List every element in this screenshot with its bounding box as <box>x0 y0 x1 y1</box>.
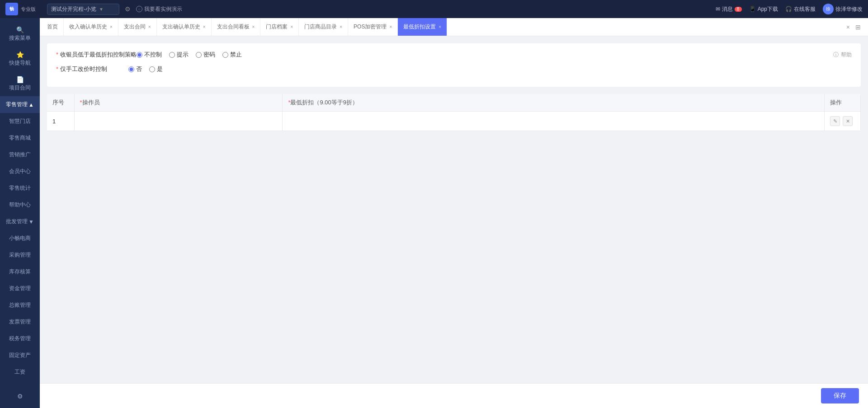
manual-control-row: * 仅手工改价时控制 否 是 <box>56 65 852 73</box>
sidebar-item-label: 零售统计 <box>2 184 38 192</box>
tab-close-icon[interactable]: × <box>110 24 113 29</box>
tab-min-discount[interactable]: 最低折扣设置 × <box>398 18 447 36</box>
top-bar: 畅 专业版 测试分开完程-小览 ▼ ⚙ ○ 我要看实例演示 ✉ 消息 8 📱 A… <box>0 0 868 18</box>
cell-seq: 1 <box>47 112 74 131</box>
radio-remind[interactable]: 提示 <box>169 51 189 59</box>
radio-forbidden[interactable]: 禁止 <box>222 51 242 59</box>
radio-no-control[interactable]: 不控制 <box>137 51 162 59</box>
project-name: 测试分开完程-小览 <box>51 5 96 13</box>
sidebar-item-inventory[interactable]: 库存核算 <box>0 263 40 280</box>
user-item[interactable]: 徐 徐泽华修改 <box>823 4 863 14</box>
th-seq: 序号 <box>47 94 74 112</box>
demo-link-text: 我要看实例演示 <box>144 5 182 13</box>
tab-close-icon[interactable]: × <box>252 24 255 29</box>
tab-expand-btn[interactable]: ⊞ <box>854 23 863 32</box>
download-icon: 📱 <box>749 6 756 12</box>
help-icon[interactable]: ⓘ 帮助 <box>832 51 852 59</box>
sidebar-item-marketing[interactable]: 营销推广 <box>0 146 40 163</box>
sidebar-item-finance[interactable]: 资金管理 <box>0 280 40 297</box>
manual-control-label: * 仅手工改价时控制 <box>56 65 128 73</box>
sidebar-item-retail[interactable]: 零售管理 ▲ <box>0 96 40 113</box>
sidebar-item-search[interactable]: 🔍 搜索菜单 <box>0 22 40 47</box>
table-header-row: 序号 *操作员 *最低折扣（9.00等于9折） 操作 <box>47 94 861 112</box>
sidebar-settings-btn[interactable]: ⚙ <box>13 388 28 404</box>
project-selector[interactable]: 测试分开完程-小览 ▼ <box>47 4 119 15</box>
sidebar-item-assets[interactable]: 固定资产 <box>0 347 40 364</box>
messages-badge: 8 <box>735 7 742 12</box>
sidebar-item-label: 资金管理 <box>2 285 38 292</box>
tab-expense-history[interactable]: 支出确认单历史 × <box>157 18 212 36</box>
tab-close-active-icon[interactable]: × <box>439 24 441 29</box>
tab-close-icon[interactable]: × <box>340 24 342 29</box>
sidebar-item-label: 库存核算 <box>2 268 38 276</box>
th-discount: *最低折扣（9.00等于9折） <box>283 94 825 112</box>
sidebar-item-help[interactable]: 帮助中心 <box>0 197 40 213</box>
sidebar-item-retail-stats[interactable]: 零售统计 <box>0 180 40 197</box>
sidebar-item-label: 快捷导航 <box>2 59 38 67</box>
settings-card: * 收银员低于最低折扣控制策略 不控制 提示 <box>47 43 861 87</box>
tab-close-icon[interactable]: × <box>389 24 392 29</box>
sidebar-item-nav[interactable]: ⭐ 快捷导航 <box>0 47 40 71</box>
sidebar-item-member[interactable]: 会员中心 <box>0 163 40 180</box>
sidebar-item-contract[interactable]: 📄 项目合同 <box>0 71 40 96</box>
radio-yes[interactable]: 是 <box>149 65 163 73</box>
online-service-item[interactable]: 🎧 在线客服 <box>785 5 816 13</box>
messages-label: 消息 <box>722 5 733 13</box>
edit-row-btn[interactable]: ✎ <box>830 116 840 126</box>
user-avatar: 徐 <box>823 4 834 14</box>
tab-store-products[interactable]: 门店商品目录 × <box>299 18 348 36</box>
chevron-up-icon: ▲ <box>28 102 34 108</box>
radio-no[interactable]: 否 <box>128 65 142 73</box>
question-icon: ⓘ <box>833 52 839 58</box>
sidebar-item-label: 会员中心 <box>2 168 38 175</box>
tab-close-icon[interactable]: × <box>148 24 151 29</box>
tab-expense-board[interactable]: 支出合同看板 × <box>212 18 261 36</box>
discount-policy-radios: 不控制 提示 密码 禁止 <box>137 51 242 59</box>
tab-home[interactable]: 首页 <box>42 18 64 36</box>
tab-close-icon[interactable]: × <box>203 24 206 29</box>
sidebar-item-salary[interactable]: 工资 <box>0 364 40 380</box>
discount-policy-label: * 收银员低于最低折扣控制策略 <box>56 51 137 59</box>
sidebar-item-tax[interactable]: 税务管理 <box>0 330 40 347</box>
sidebar-item-label: 零售管理 <box>6 101 28 108</box>
chevron-down-icon: ▼ <box>28 219 34 225</box>
app-download-label: App下载 <box>758 5 778 13</box>
table-container: 序号 *操作员 *最低折扣（9.00等于9折） 操作 1 <box>47 94 861 131</box>
cell-operator <box>74 112 283 131</box>
tab-close-all-btn[interactable]: × <box>844 23 852 32</box>
tab-bar: 首页 收入确认单历史 × 支出合同 × 支出确认单历史 × 支出合同看板 × 门… <box>40 18 868 36</box>
messages-item[interactable]: ✉ 消息 8 <box>716 5 742 13</box>
sidebar-item-ecommerce[interactable]: 小畅电商 <box>0 230 40 247</box>
sidebar-item-label: 营销推广 <box>2 151 38 159</box>
sidebar-item-label: 零售商城 <box>2 134 38 142</box>
sidebar-item-online-store[interactable]: 零售商城 <box>0 130 40 146</box>
nav-icon: ⭐ <box>2 51 38 58</box>
tab-income-history[interactable]: 收入确认单历史 × <box>64 18 118 36</box>
page-footer: 保存 <box>40 383 868 408</box>
sidebar-item-wholesale[interactable]: 批发管理 ▼ <box>0 213 40 230</box>
sidebar-item-label: 搜索菜单 <box>2 34 38 42</box>
settings-icon[interactable]: ⚙ <box>125 5 131 13</box>
user-name: 徐泽华修改 <box>835 5 863 13</box>
demo-link[interactable]: ○ 我要看实例演示 <box>136 5 182 13</box>
sidebar-item-label: 税务管理 <box>2 335 38 342</box>
tab-expense-contract[interactable]: 支出合同 × <box>118 18 157 36</box>
sidebar-item-smart-store[interactable]: 智慧门店 <box>0 113 40 130</box>
sidebar-item-purchase[interactable]: 采购管理 <box>0 247 40 263</box>
app-download-item[interactable]: 📱 App下载 <box>749 5 778 13</box>
radio-password[interactable]: 密码 <box>196 51 215 59</box>
contract-icon: 📄 <box>2 76 38 83</box>
sidebar-item-invoice[interactable]: 发票管理 <box>0 314 40 330</box>
cell-action: ✎ ✕ <box>825 112 861 131</box>
tab-bar-actions: × ⊞ <box>841 23 866 32</box>
sidebar-item-ledger[interactable]: 总账管理 <box>0 297 40 314</box>
delete-row-btn[interactable]: ✕ <box>843 116 853 126</box>
main-layout: 🔍 搜索菜单 ⭐ 快捷导航 📄 项目合同 零售管理 ▲ 智慧门店 零售商城 营销… <box>0 18 868 408</box>
tab-close-icon[interactable]: × <box>290 24 293 29</box>
tab-store-archive[interactable]: 门店档案 × <box>260 18 299 36</box>
tab-pos-password[interactable]: POS加密管理 × <box>348 18 398 36</box>
save-button[interactable]: 保存 <box>821 388 859 403</box>
sidebar-item-label: 项目合同 <box>2 84 38 92</box>
sidebar-item-label: 小畅电商 <box>2 234 38 242</box>
action-buttons: ✎ ✕ <box>830 116 855 126</box>
